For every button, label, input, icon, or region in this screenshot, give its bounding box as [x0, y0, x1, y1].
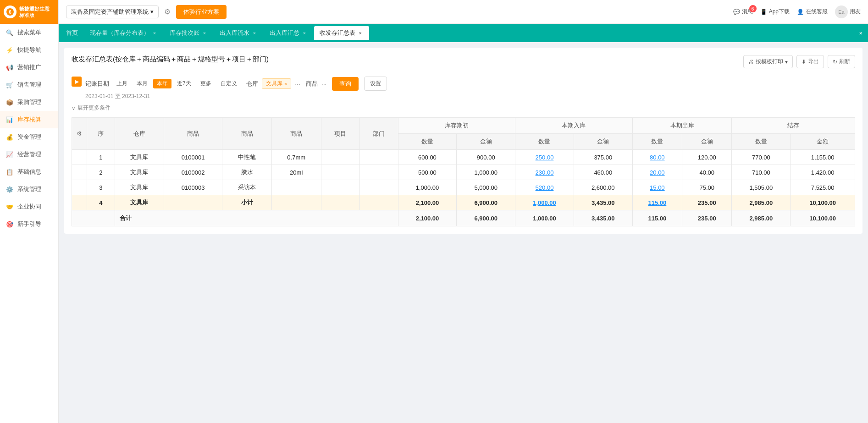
- sidebar-item-quick-nav[interactable]: ⚡快捷导航: [0, 41, 58, 59]
- date-options: 上月 本月 本年 近7天 更多 自定义: [113, 79, 241, 88]
- page-card: 收发存汇总表(按仓库＋商品编码＋商品＋规格型号＋项目＋部门) 🖨 按模板打印 ▾…: [64, 48, 862, 234]
- warehouse-filter-more[interactable]: ···: [295, 80, 300, 88]
- sidebar-item-purchase[interactable]: 📦采购管理: [0, 93, 58, 111]
- sidebar-item-marketing[interactable]: 📢营销推广: [0, 59, 58, 76]
- system-icon: ⚙️: [6, 185, 14, 193]
- col-goods-code-header: 商品: [164, 118, 222, 150]
- row-no: 3: [87, 180, 115, 195]
- col-warehouse-header: 仓库: [115, 118, 164, 150]
- inventory-icon: 📊: [6, 115, 14, 124]
- row-goods-code: [164, 195, 222, 210]
- goods-filter-more[interactable]: ···: [321, 80, 327, 88]
- row-settings[interactable]: [72, 165, 87, 180]
- warehouse-label: 仓库: [246, 80, 258, 88]
- col-goods-spec-header: 商品: [271, 118, 321, 150]
- refresh-button[interactable]: ↻ 刷新: [828, 55, 855, 68]
- row-balance-qty: 2,985.00: [732, 195, 791, 210]
- row-settings[interactable]: [72, 150, 87, 165]
- expand-more-conditions[interactable]: ∨ 展开更多条件: [72, 104, 855, 112]
- row-settings[interactable]: [72, 180, 87, 195]
- query-button[interactable]: 查询: [332, 77, 359, 91]
- row-goods-spec: [271, 180, 321, 195]
- sidebar-item-guide[interactable]: 🎯新手引导: [0, 215, 58, 233]
- enterprise-icon: 🤝: [6, 203, 14, 211]
- service-icon: 👤: [797, 9, 804, 15]
- filter-expand-button[interactable]: ▶: [72, 77, 82, 87]
- sidebar-item-sales[interactable]: 🛒销售管理: [0, 76, 58, 93]
- tab-bar-close-all[interactable]: ×: [855, 28, 866, 38]
- top-header: 装备及固定资产辅助管理系统 ▾ ⚙ 体验行业方案 💬 6 消息 📱 App下载 …: [59, 0, 868, 24]
- tab-batch-ledger[interactable]: 库存批次账 ×: [164, 26, 213, 40]
- footer-label-cell: 合计: [115, 210, 398, 226]
- col-in-amount-header: 金额: [574, 134, 632, 150]
- tab-home-label: 首页: [66, 29, 78, 37]
- footer-balance-qty: 2,985.00: [732, 210, 791, 226]
- row-department: [359, 165, 398, 180]
- warehouse-tag-close[interactable]: ×: [284, 81, 287, 87]
- notification-item[interactable]: 💬 6 消息: [733, 8, 753, 16]
- sidebar-item-operations[interactable]: 📈经营管理: [0, 146, 58, 163]
- tab-inout-summary-close[interactable]: ×: [301, 30, 308, 36]
- col-open-stock-header: 库存期初: [398, 118, 515, 134]
- sidebar-item-label-search: 搜索菜单: [17, 28, 41, 37]
- tab-inout-summary[interactable]: 出入库汇总 ×: [264, 26, 313, 40]
- sidebar-item-enterprise[interactable]: 🤝企业协同: [0, 198, 58, 215]
- tab-inout-flow-close[interactable]: ×: [251, 30, 258, 36]
- row-in-amount: 3,435.00: [574, 195, 632, 210]
- settings-button[interactable]: 设置: [364, 77, 387, 91]
- date-option-more[interactable]: 更多: [197, 79, 215, 88]
- settings-gear-icon[interactable]: ⚙: [164, 7, 171, 16]
- sidebar-item-basic[interactable]: 📋基础信息: [0, 163, 58, 181]
- data-table: ⚙ 序 仓库 商品 商品 商品 项目 部门 库存期初 本期入库 本期出库 结存: [72, 117, 855, 226]
- print-button[interactable]: 🖨 按模板打印 ▾: [743, 55, 793, 68]
- row-open-qty: 2,100.00: [398, 195, 457, 210]
- row-goods-code: 0100001: [164, 150, 222, 165]
- tab-batch-ledger-close[interactable]: ×: [201, 30, 208, 36]
- user-label: 用友: [850, 8, 861, 16]
- date-option-custom[interactable]: 自定义: [217, 79, 241, 88]
- system-selector[interactable]: 装备及固定资产辅助管理系统 ▾: [66, 5, 159, 18]
- row-out-qty[interactable]: 20.00: [632, 165, 682, 180]
- row-open-amount: 6,900.00: [457, 195, 515, 210]
- date-option-last-month[interactable]: 上月: [113, 79, 131, 88]
- row-out-qty[interactable]: 80.00: [632, 150, 682, 165]
- tab-inventory-dist-close[interactable]: ×: [151, 30, 158, 36]
- tab-inout-flow[interactable]: 出入库流水 ×: [214, 26, 263, 40]
- row-in-qty: 1,000.00: [515, 195, 574, 210]
- tab-home[interactable]: 首页: [61, 26, 83, 40]
- sidebar-item-inventory[interactable]: 📊库存核算: [0, 111, 58, 128]
- try-industry-button[interactable]: 体验行业方案: [176, 5, 227, 19]
- sidebar-item-label-operations: 经营管理: [17, 150, 41, 159]
- date-option-this-year[interactable]: 本年: [153, 79, 171, 88]
- sales-icon: 🛒: [6, 81, 14, 89]
- sidebar-item-label-system: 系统管理: [17, 185, 41, 193]
- sidebar-item-search[interactable]: 🔍搜索菜单: [0, 24, 58, 41]
- col-settings-header[interactable]: ⚙: [72, 118, 87, 150]
- col-no-header: 序: [87, 118, 115, 150]
- row-open-qty: 600.00: [398, 150, 457, 165]
- row-out-amount: 40.00: [682, 165, 732, 180]
- marketing-icon: 📢: [6, 63, 14, 71]
- footer-open-qty: 2,100.00: [398, 210, 457, 226]
- tab-inventory-dist[interactable]: 现存量（库存分布表） ×: [84, 26, 163, 40]
- date-option-7days[interactable]: 近7天: [173, 79, 195, 88]
- row-in-qty[interactable]: 250.00: [515, 150, 574, 165]
- tab-receive-summary[interactable]: 收发存汇总表 ×: [314, 26, 369, 40]
- col-out-qty-header: 数量: [632, 134, 682, 150]
- row-goods-name: 胶水: [222, 165, 271, 180]
- row-in-qty[interactable]: 520.00: [515, 180, 574, 195]
- online-service-item[interactable]: 👤 在线客服: [797, 8, 828, 16]
- tab-receive-summary-close[interactable]: ×: [357, 30, 364, 36]
- date-option-this-month[interactable]: 本月: [133, 79, 151, 88]
- export-button[interactable]: ⬇ 导出: [796, 55, 824, 68]
- row-in-qty[interactable]: 230.00: [515, 165, 574, 180]
- sidebar-item-finance[interactable]: 💰资金管理: [0, 128, 58, 146]
- user-item[interactable]: Ea 用友: [835, 5, 861, 18]
- app-download-item[interactable]: 📱 App下载: [760, 8, 790, 16]
- sidebar-item-system[interactable]: ⚙️系统管理: [0, 181, 58, 198]
- tab-inventory-dist-label: 现存量（库存分布表）: [90, 29, 149, 37]
- row-out-amount: 75.00: [682, 180, 732, 195]
- row-settings[interactable]: [72, 195, 87, 210]
- row-out-qty[interactable]: 15.00: [632, 180, 682, 195]
- row-goods-name: 中性笔: [222, 150, 271, 165]
